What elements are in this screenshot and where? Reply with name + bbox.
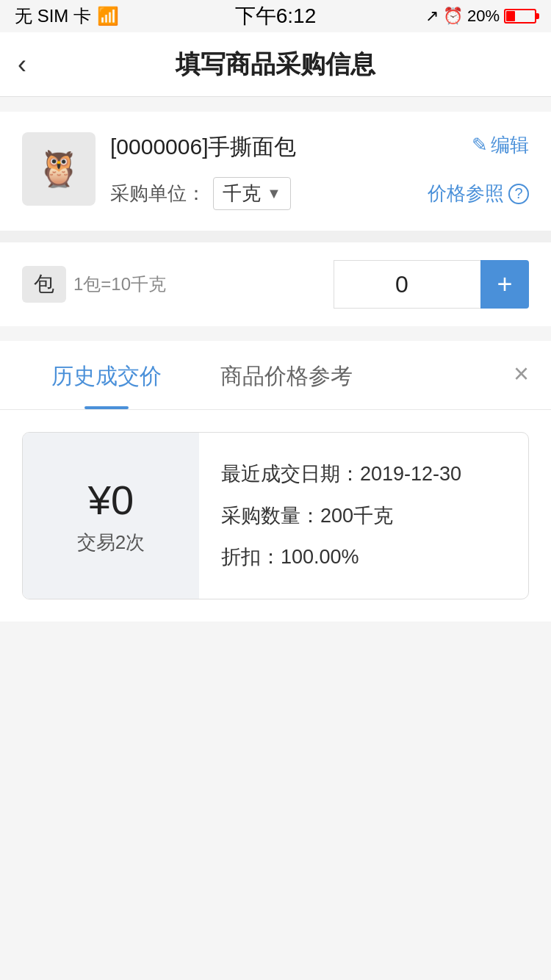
quantity-conversion: 1包=10千克 (73, 273, 166, 296)
status-bar: 无 SIM 卡 📶 下午6:12 ↗ ⏰ 20% (0, 0, 551, 32)
price-ref-label: 价格参照 (428, 181, 504, 206)
product-header: [0000006]手撕面包 ✎ 编辑 (110, 132, 529, 162)
discount-label: 折扣： (221, 546, 281, 568)
product-thumbnail-icon: 🦉 (37, 148, 81, 190)
tab-market-price[interactable]: 商品价格参考 (191, 341, 382, 409)
price-ref-help-icon: ? (508, 184, 529, 204)
quantity-plus-button[interactable]: + (480, 260, 529, 309)
wifi-icon: 📶 (97, 6, 119, 26)
price-reference-button[interactable]: 价格参照 ? (428, 181, 529, 206)
edit-label: 编辑 (491, 132, 529, 158)
quantity-unit-box: 包 (22, 266, 66, 303)
quantity-input[interactable] (334, 260, 480, 309)
status-left: 无 SIM 卡 📶 (15, 4, 119, 28)
tab-content-history: ¥0 交易2次 最近成交日期：2019-12-30 采购数量：200千克 折扣：… (0, 410, 551, 621)
discount-value: 100.00% (281, 546, 359, 568)
unit-value: 千克 (223, 181, 261, 206)
purchase-qty-value: 200千克 (320, 505, 393, 527)
recent-date-label: 最近成交日期： (221, 463, 360, 485)
battery-percent: 20% (467, 7, 500, 26)
product-unit-row: 采购单位： 千克 ▼ 价格参照 ? (110, 177, 529, 210)
price-amount: ¥0 (88, 476, 134, 524)
edit-icon: ✎ (472, 134, 488, 156)
page-body (0, 621, 551, 981)
nav-bar: ‹ 填写商品采购信息 (0, 32, 551, 97)
edit-button[interactable]: ✎ 编辑 (472, 132, 529, 158)
purchase-qty-label: 采购数量： (221, 505, 320, 527)
tab-market-label: 商品价格参考 (220, 364, 353, 388)
recent-date-row: 最近成交日期：2019-12-30 (221, 459, 506, 489)
quantity-input-group: + (334, 260, 529, 309)
price-card: ¥0 交易2次 最近成交日期：2019-12-30 采购数量：200千克 折扣：… (22, 432, 529, 599)
product-name: [0000006]手撕面包 (110, 132, 296, 162)
product-card: 🦉 [0000006]手撕面包 ✎ 编辑 采购单位： 千克 ▼ 价格参照 ? (0, 112, 551, 231)
back-button[interactable]: ‹ (18, 49, 26, 80)
no-sim-label: 无 SIM 卡 (15, 4, 91, 28)
unit-label: 采购单位： (110, 181, 206, 206)
price-left-panel: ¥0 交易2次 (23, 433, 199, 599)
tab-history-price[interactable]: 历史成交价 (22, 341, 191, 409)
discount-row: 折扣：100.00% (221, 542, 506, 572)
page-title: 填写商品采购信息 (176, 48, 375, 82)
tabs-header: 历史成交价 商品价格参考 × (0, 341, 551, 410)
product-image: 🦉 (22, 132, 96, 206)
status-time: 下午6:12 (235, 2, 317, 30)
unit-dropdown-icon: ▼ (267, 185, 281, 202)
price-trade-count: 交易2次 (77, 530, 145, 555)
alarm-icon: ⏰ (443, 7, 463, 26)
quantity-row: 包 1包=10千克 + (0, 242, 551, 326)
tab-history-label: 历史成交价 (51, 364, 162, 388)
tabs-close-button[interactable]: × (514, 358, 529, 389)
tabs-container: 历史成交价 商品价格参考 × ¥0 交易2次 最近成交日期：2019-12-30… (0, 341, 551, 621)
price-right-panel: 最近成交日期：2019-12-30 采购数量：200千克 折扣：100.00% (199, 433, 528, 599)
status-right: ↗ ⏰ 20% (425, 7, 536, 26)
recent-date-value: 2019-12-30 (360, 463, 461, 485)
section-divider (0, 231, 551, 242)
product-info: [0000006]手撕面包 ✎ 编辑 采购单位： 千克 ▼ 价格参照 ? (110, 132, 529, 210)
unit-select[interactable]: 千克 ▼ (213, 177, 291, 210)
purchase-qty-row: 采购数量：200千克 (221, 501, 506, 531)
battery-icon (504, 9, 536, 24)
quantity-left: 包 1包=10千克 (22, 266, 166, 303)
location-icon: ↗ (425, 7, 439, 26)
